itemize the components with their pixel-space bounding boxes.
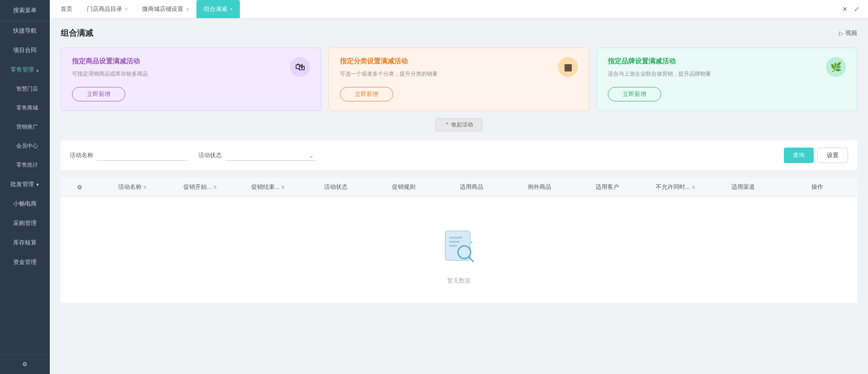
collapse-bar: ⌃ 收起活动 xyxy=(61,118,857,131)
th-settings-icon: ⚙ xyxy=(77,184,82,191)
window-buttons: ✕ ⤢ xyxy=(841,5,864,13)
page-header: 组合满减 ▷ 视频 xyxy=(61,28,857,38)
th-activity-status: 活动状态 xyxy=(302,183,370,191)
card-product-desc: 可指定滞销商品或库存较多商品 xyxy=(72,70,310,80)
th-activity-name-label: 活动名称 xyxy=(118,183,142,191)
video-btn-label: 视频 xyxy=(845,29,857,37)
th-applicable-channels-label: 适用渠道 xyxy=(731,183,755,191)
sidebar-item-quick-nav[interactable]: 快捷导航 xyxy=(0,21,50,41)
content-area: 组合满减 ▷ 视频 🛍 指定商品设置满减活动 可指定滞销商品或库存较多商品 立即… xyxy=(50,19,868,374)
th-exception-goods: 例外商品 xyxy=(506,183,573,191)
th-activity-name[interactable]: 活动名称 ⇅ xyxy=(98,183,166,191)
tab-home-label: 首页 xyxy=(61,5,72,13)
th-exception-goods-label: 例外商品 xyxy=(528,183,551,191)
sort-icon-promo-end: ⇅ xyxy=(281,185,285,190)
sidebar-item-smart-store[interactable]: 智慧门店 xyxy=(0,80,50,99)
card-category-add-btn[interactable]: 立即新增 xyxy=(340,87,393,101)
collapse-activity-btn[interactable]: ⌃ 收起活动 xyxy=(435,118,482,131)
th-applicable-goods: 适用商品 xyxy=(438,183,506,191)
table-header: ⚙ 活动名称 ⇅ 促销开始... ⇅ 促销结束... ⇅ 活动状态 xyxy=(61,177,857,197)
window-close-btn[interactable]: ✕ xyxy=(841,5,849,13)
gear-icon: ⚙ xyxy=(22,361,28,368)
svg-rect-3 xyxy=(449,245,457,247)
tab-combo-discount[interactable]: 组合满减 × xyxy=(196,0,240,18)
sidebar-item-purchase-mgmt[interactable]: 采购管理 xyxy=(0,214,50,233)
search-activity-name-input[interactable] xyxy=(97,150,187,161)
tab-bar: 首页 门店商品目录 × 微商城店铺设置 × 组合满减 × ✕ ⤢ xyxy=(50,0,868,19)
card-product: 🛍 指定商品设置满减活动 可指定滞销商品或库存较多商品 立即新增 xyxy=(61,48,321,111)
tab-store-catalog-label: 门店商品目录 xyxy=(87,5,122,13)
tab-combo-discount-close[interactable]: × xyxy=(230,6,233,12)
tab-wechat-store-settings-label: 微商城店铺设置 xyxy=(142,5,183,13)
sort-icon-activity-name: ⇅ xyxy=(143,185,147,190)
card-category-icon: ▦ xyxy=(558,57,578,77)
svg-point-7 xyxy=(460,236,462,238)
table-container: ⚙ 活动名称 ⇅ 促销开始... ⇅ 促销结束... ⇅ 活动状态 xyxy=(61,177,857,303)
sidebar-item-inventory-check[interactable]: 库存核算 xyxy=(0,233,50,253)
sidebar-item-fund-mgmt[interactable]: 资金管理 xyxy=(0,253,50,272)
th-promo-end[interactable]: 促销结束... ⇅ xyxy=(234,183,302,191)
tab-store-catalog[interactable]: 门店商品目录 × xyxy=(80,0,135,18)
svg-point-8 xyxy=(471,241,472,243)
video-btn[interactable]: ▷ 视频 xyxy=(839,29,857,37)
search-actions: 查询 设置 xyxy=(784,148,848,163)
th-applicable-customers-label: 适用客户 xyxy=(596,183,619,191)
card-brand: 🌿 指定品牌设置满减活动 适合与上游企业联合做营销，提升品牌销量 立即新增 xyxy=(596,48,857,111)
th-no-simultaneous[interactable]: 不允许同时... ⇅ xyxy=(641,183,709,191)
th-operations: 操作 xyxy=(777,183,857,191)
search-activity-status-field: 活动状态 进行中 未开始 已结束 xyxy=(198,150,316,161)
search-activity-status-label: 活动状态 xyxy=(198,151,222,159)
card-product-icon: 🛍 xyxy=(290,57,310,77)
sidebar: 搜索菜单 快捷导航 项目合同 零售管理 智慧门店 零售商城 营销推广 会员中心 … xyxy=(0,0,50,374)
card-product-add-btn[interactable]: 立即新增 xyxy=(72,87,125,101)
window-maximize-btn[interactable]: ⤢ xyxy=(853,5,861,13)
card-category: ▦ 指定分类设置满减活动 可选一个或者多个分类，提升分类的销量 立即新增 xyxy=(329,48,589,111)
card-brand-add-btn[interactable]: 立即新增 xyxy=(608,87,661,101)
sidebar-item-marketing[interactable]: 营销推广 xyxy=(0,118,50,137)
empty-illustration xyxy=(436,224,482,269)
tab-home[interactable]: 首页 xyxy=(53,0,80,18)
activity-status-select[interactable]: 进行中 未开始 已结束 xyxy=(225,150,316,161)
table-empty-state: 暂无数据 xyxy=(61,197,857,303)
th-settings[interactable]: ⚙ xyxy=(61,184,98,191)
card-brand-title: 指定品牌设置满减活动 xyxy=(608,57,846,66)
sidebar-item-xiaochangec[interactable]: 小畅电商 xyxy=(0,194,50,214)
sidebar-item-project-contract[interactable]: 项目合同 xyxy=(0,41,50,60)
tab-store-catalog-close[interactable]: × xyxy=(125,6,128,12)
card-product-title: 指定商品设置满减活动 xyxy=(72,57,310,66)
sort-icon-no-simultaneous: ⇅ xyxy=(692,185,695,190)
svg-rect-2 xyxy=(449,241,460,243)
sidebar-item-retail-stats[interactable]: 零售统计 xyxy=(0,156,50,175)
sort-icon-promo-start: ⇅ xyxy=(213,185,217,190)
card-brand-desc: 适合与上游企业联合做营销，提升品牌销量 xyxy=(608,70,846,80)
tab-wechat-store-settings-close[interactable]: × xyxy=(186,6,189,12)
th-applicable-customers: 适用客户 xyxy=(573,183,641,191)
play-icon: ▷ xyxy=(839,30,844,37)
page-title: 组合满减 xyxy=(61,28,93,38)
tab-wechat-store-settings[interactable]: 微商城店铺设置 × xyxy=(135,0,196,18)
sidebar-settings-btn[interactable]: ⚙ xyxy=(0,354,50,374)
sidebar-item-retail-mall[interactable]: 零售商城 xyxy=(0,99,50,118)
sidebar-item-member-center[interactable]: 会员中心 xyxy=(0,137,50,156)
th-promo-start[interactable]: 促销开始... ⇅ xyxy=(166,183,234,191)
search-activity-name-label: 活动名称 xyxy=(70,151,93,159)
th-activity-status-label: 活动状态 xyxy=(324,183,348,191)
card-category-desc: 可选一个或者多个分类，提升分类的销量 xyxy=(340,70,578,80)
activity-status-select-wrapper: 进行中 未开始 已结束 xyxy=(225,150,316,161)
sidebar-item-retail-mgmt[interactable]: 零售管理 xyxy=(0,60,50,80)
activity-cards: 🛍 指定商品设置满减活动 可指定滞销商品或库存较多商品 立即新增 ▦ 指定分类设… xyxy=(61,48,857,111)
card-category-title: 指定分类设置满减活动 xyxy=(340,57,578,66)
search-activity-name-field: 活动名称 xyxy=(70,150,187,161)
sidebar-item-wholesale-mgmt[interactable]: 批发管理 xyxy=(0,175,50,194)
collapse-label: 收起活动 xyxy=(451,121,473,129)
th-applicable-channels: 适用渠道 xyxy=(709,183,777,191)
th-promo-end-label: 促销结束... xyxy=(251,183,280,191)
query-btn[interactable]: 查询 xyxy=(784,148,814,163)
th-operations-label: 操作 xyxy=(811,183,823,191)
th-applicable-goods-label: 适用商品 xyxy=(460,183,483,191)
settings-btn[interactable]: 设置 xyxy=(817,148,848,163)
card-brand-icon: 🌿 xyxy=(826,57,846,77)
sidebar-search[interactable]: 搜索菜单 xyxy=(0,0,50,21)
main-area: 首页 门店商品目录 × 微商城店铺设置 × 组合满减 × ✕ ⤢ 组合满减 ▷ … xyxy=(50,0,868,374)
th-promo-rules: 促销规则 xyxy=(370,183,438,191)
